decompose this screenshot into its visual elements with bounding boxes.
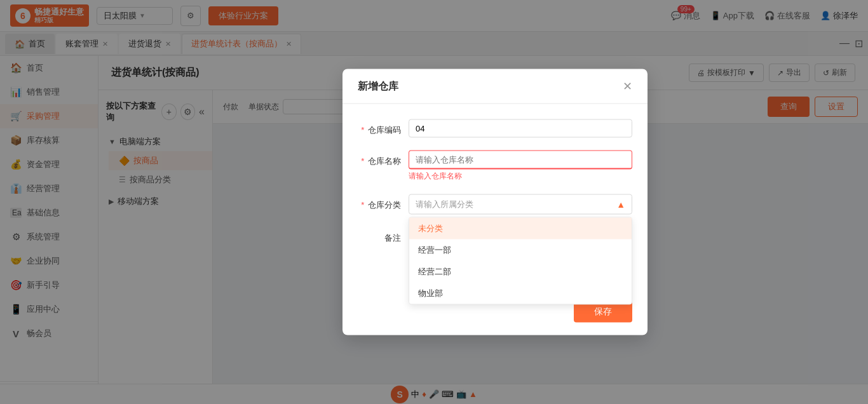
category-option-0[interactable]: 未分类 [409,218,632,239]
code-label: * 仓库编码 [358,119,409,136]
modal-header: 新增仓库 ✕ [342,69,648,104]
category-option-2[interactable]: 经营二部 [409,261,632,283]
name-error-message: 请输入仓库名称 [409,171,632,182]
code-input[interactable] [409,119,632,138]
category-arrow-icon: ▲ [616,199,625,210]
modal-title: 新增仓库 [358,79,398,93]
remark-label: 备注 [358,227,409,244]
add-warehouse-modal: 新增仓库 ✕ * 仓库编码 * 仓库名称 请输入仓库名称 * [342,69,648,335]
category-field-row: * 仓库分类 请输入所属分类 ▲ 未分类 经营一部 经营二部 物业部 [358,194,632,215]
name-field-row: * 仓库名称 请输入仓库名称 [358,151,632,182]
name-label: * 仓库名称 [358,151,409,167]
name-input[interactable] [409,151,632,170]
category-option-3[interactable]: 物业部 [409,283,632,304]
category-option-1[interactable]: 经营一部 [409,239,632,261]
name-required-mark: * [361,156,364,166]
category-dropdown: 请输入所属分类 ▲ 未分类 经营一部 经营二部 物业部 [409,194,632,215]
category-required-mark: * [361,200,364,210]
name-field-wrapper: 请输入仓库名称 [409,151,632,182]
code-field-row: * 仓库编码 [358,119,632,138]
category-dropdown-list: 未分类 经营一部 经营二部 物业部 [409,217,632,305]
code-required-mark: * [361,125,364,135]
modal-body: * 仓库编码 * 仓库名称 请输入仓库名称 * 仓库分类 [342,104,648,293]
category-label: * 仓库分类 [358,194,409,211]
modal-close-button[interactable]: ✕ [623,79,632,93]
category-placeholder: 请输入所属分类 [416,199,473,210]
category-dropdown-trigger[interactable]: 请输入所属分类 ▲ [409,194,632,215]
